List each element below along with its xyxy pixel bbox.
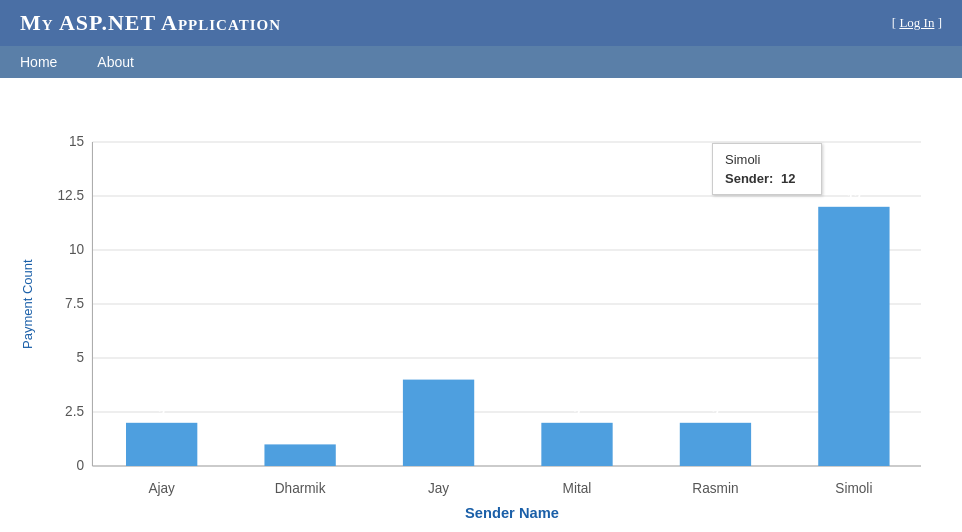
tooltip-value: 12 — [781, 171, 795, 186]
svg-text:Rasmin: Rasmin — [692, 480, 738, 496]
svg-text:Simoli: Simoli — [835, 480, 872, 496]
bar-dharmik — [264, 444, 335, 466]
svg-text:10: 10 — [69, 241, 84, 257]
tooltip-value-row: Sender: 12 — [725, 171, 809, 186]
svg-text:2.5: 2.5 — [65, 403, 84, 419]
chart-inner: Simoli Sender: 12 — [40, 88, 942, 520]
chart-container: Payment Count Simoli Sender: 12 — [0, 78, 962, 530]
svg-text:Ajay: Ajay — [148, 480, 175, 496]
nav-item-home[interactable]: Home — [0, 46, 77, 78]
app-header: My ASP.NET Application [ Log In ] — [0, 0, 962, 46]
svg-text:5: 5 — [76, 349, 84, 365]
svg-text:4: 4 — [435, 363, 443, 378]
chart-tooltip: Simoli Sender: 12 — [712, 143, 822, 195]
svg-text:Jay: Jay — [428, 480, 449, 496]
bar-mital — [541, 423, 612, 466]
svg-text:Dharmik: Dharmik — [275, 480, 326, 496]
svg-text:1: 1 — [297, 428, 304, 443]
svg-text:12: 12 — [847, 190, 861, 205]
tooltip-label: Sender: — [725, 171, 773, 186]
svg-text:2: 2 — [712, 406, 719, 421]
bar-ajay — [126, 423, 197, 466]
svg-text:12.5: 12.5 — [58, 187, 85, 203]
bar-jay — [403, 380, 474, 466]
login-link-wrapper: [ Log In ] — [892, 15, 942, 31]
nav-item-about[interactable]: About — [77, 46, 154, 78]
svg-text:15: 15 — [69, 133, 84, 149]
svg-text:0: 0 — [76, 457, 84, 473]
app-title: My ASP.NET Application — [20, 10, 281, 36]
svg-text:2: 2 — [574, 406, 581, 421]
bar-rasmin — [680, 423, 751, 466]
login-link[interactable]: Log In — [899, 15, 934, 30]
y-axis-label: Payment Count — [20, 88, 35, 520]
tooltip-sender-name: Simoli — [725, 152, 809, 167]
chart-svg-wrapper: Simoli Sender: 12 — [40, 88, 942, 520]
svg-text:Mital: Mital — [563, 480, 592, 496]
main-nav: Home About — [0, 46, 962, 78]
svg-text:Sender Name: Sender Name — [465, 505, 559, 520]
svg-text:7.5: 7.5 — [65, 295, 84, 311]
bar-simoli — [818, 207, 889, 466]
svg-text:2: 2 — [158, 406, 165, 421]
